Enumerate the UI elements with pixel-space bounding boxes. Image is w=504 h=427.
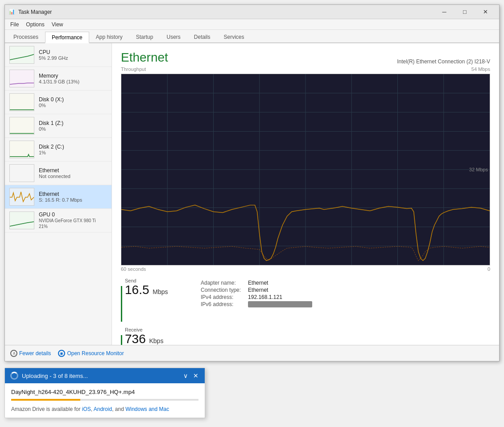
svg-rect-7	[10, 212, 34, 229]
svg-rect-5	[10, 165, 34, 182]
tab-details[interactable]: Details	[187, 31, 217, 42]
close-button[interactable]: ✕	[475, 5, 496, 19]
svg-rect-0	[10, 46, 34, 63]
gpu0-thumbnail	[9, 211, 34, 229]
tab-services[interactable]: Services	[217, 31, 251, 42]
upload-progress-bar	[11, 399, 198, 401]
disk1-name: Disk 1 (Z:)	[39, 120, 107, 126]
receive-divider	[121, 335, 122, 345]
tab-performance[interactable]: Performance	[45, 32, 89, 43]
app-icon: 📊	[8, 8, 16, 16]
resource-monitor-label: Open Resource Monitor	[67, 350, 124, 357]
receive-value: 736 Kbps	[125, 332, 183, 345]
gpu0-info: GPU 0 NVIDIA GeForce GTX 980 Ti21%	[39, 211, 107, 229]
svg-rect-3	[10, 117, 34, 134]
adapter-name-value: Ethernet	[248, 280, 312, 286]
sidebar-item-ethernet-on[interactable]: Ethernet S: 16.5 R: 0.7 Mbps	[5, 185, 112, 209]
memory-name: Memory	[39, 73, 107, 79]
memory-thumbnail	[9, 70, 34, 87]
gpu0-name: GPU 0	[39, 211, 107, 218]
tab-processes[interactable]: Processes	[7, 31, 45, 42]
open-resource-monitor-button[interactable]: ◉ Open Resource Monitor	[58, 350, 124, 357]
cpu-thumbnail	[9, 46, 34, 64]
max-mbps-label: 54 Mbps	[471, 66, 490, 72]
send-divider	[121, 286, 122, 322]
tab-startup[interactable]: Startup	[129, 31, 160, 42]
svg-rect-2	[10, 94, 34, 111]
menu-view[interactable]: View	[48, 21, 67, 29]
upload-minimize-button[interactable]: ∨	[182, 372, 189, 379]
disk0-name: Disk 0 (X:)	[39, 96, 107, 103]
link-android[interactable]: Android	[94, 406, 112, 412]
memory-detail: 4.1/31.9 GB (13%)	[39, 79, 107, 84]
fewer-details-icon: ∧	[10, 350, 17, 357]
ethernet-on-thumbnail	[9, 188, 34, 206]
disk0-detail: 0%	[39, 103, 107, 108]
sidebar-item-gpu0[interactable]: GPU 0 NVIDIA GeForce GTX 980 Ti21%	[5, 209, 112, 232]
ethernet-off-graph	[10, 165, 34, 182]
fewer-details-label: Fewer details	[19, 350, 51, 357]
upload-close-button[interactable]: ✕	[192, 372, 199, 379]
ethernet-on-info: Ethernet S: 16.5 R: 0.7 Mbps	[39, 191, 107, 203]
send-value: 16.5 Mbps	[125, 283, 183, 297]
sidebar-item-ethernet-off[interactable]: Ethernet Not connected	[5, 162, 112, 185]
disk2-graph	[10, 141, 34, 158]
cpu-graph	[10, 46, 34, 63]
memory-graph	[10, 70, 34, 87]
send-stat: Send 16.5 Mbps Receive 736 Kbps	[121, 278, 183, 345]
upload-header: Uploading - 3 of 8 items... ∨ ✕	[5, 368, 205, 383]
ipv4-value: 192.168.1.121	[248, 294, 312, 300]
mid-mbps-label: 32 Mbps	[469, 167, 488, 172]
link-windows-mac[interactable]: Windows and Mac	[125, 406, 169, 412]
connection-type-value: Ethernet	[248, 287, 312, 293]
ethernet-off-detail: Not connected	[39, 174, 107, 179]
ethernet-off-thumbnail	[9, 164, 34, 182]
receive-with-bar: Receive 736 Kbps	[121, 327, 183, 345]
adapter-name-label: Adapter name:	[201, 280, 241, 286]
upload-notification: Uploading - 3 of 8 items... ∨ ✕ DayNight…	[4, 368, 205, 418]
maximize-button[interactable]: □	[454, 5, 475, 19]
stats-section: Send 16.5 Mbps Receive 736 Kbps	[121, 278, 490, 345]
disk2-info: Disk 2 (C:) 1%	[39, 144, 107, 155]
disk1-graph	[10, 117, 34, 134]
main-panel: Ethernet Intel(R) Ethernet Connection (2…	[112, 43, 499, 345]
fewer-details-button[interactable]: ∧ Fewer details	[10, 350, 51, 357]
ipv6-label: IPv6 address:	[201, 301, 241, 307]
ethernet-off-name: Ethernet	[39, 167, 107, 174]
upload-progress-fill	[11, 399, 80, 401]
menu-options[interactable]: Options	[22, 21, 48, 29]
minimize-button[interactable]: ─	[434, 5, 454, 19]
throughput-label: Throughput	[121, 66, 146, 72]
ethernet-on-graph	[10, 188, 34, 205]
ethernet-chart-svg	[121, 74, 490, 265]
menu-bar: File Options View	[5, 19, 499, 30]
memory-info: Memory 4.1/31.9 GB (13%)	[39, 73, 107, 84]
send-with-bar: Send 16.5 Mbps	[121, 278, 183, 322]
sidebar-item-disk2[interactable]: Disk 2 (C:) 1%	[5, 138, 112, 162]
panel-subtitle: Intel(R) Ethernet Connection (2) I218-V	[397, 58, 490, 65]
tab-users[interactable]: Users	[160, 31, 187, 42]
gpu0-detail: NVIDIA GeForce GTX 980 Ti21%	[39, 218, 107, 229]
sidebar-item-disk1[interactable]: Disk 1 (Z:) 0%	[5, 114, 112, 138]
upload-controls: ∨ ✕	[182, 372, 199, 379]
upload-spinner-icon	[10, 372, 18, 380]
disk2-name: Disk 2 (C:)	[39, 144, 107, 150]
ethernet-on-detail: S: 16.5 R: 0.7 Mbps	[39, 197, 107, 203]
panel-header: Ethernet Intel(R) Ethernet Connection (2…	[121, 50, 490, 65]
cpu-info: CPU 5% 2.99 GHz	[39, 49, 107, 61]
sidebar: CPU 5% 2.99 GHz Memory 4.1/31.9 GB (13%)	[5, 43, 112, 345]
window-title: Task Manager	[18, 9, 434, 15]
sidebar-item-memory[interactable]: Memory 4.1/31.9 GB (13%)	[5, 67, 112, 91]
disk1-info: Disk 1 (Z:) 0%	[39, 120, 107, 132]
disk1-thumbnail	[9, 117, 34, 135]
sidebar-item-cpu[interactable]: CPU 5% 2.99 GHz	[5, 43, 112, 67]
send-block: Send 16.5 Mbps	[125, 278, 183, 297]
sidebar-item-disk0[interactable]: Disk 0 (X:) 0%	[5, 91, 112, 114]
link-ios[interactable]: iOS	[82, 406, 91, 412]
cpu-detail: 5% 2.99 GHz	[39, 55, 107, 61]
ipv6-value: ████████████████	[248, 301, 312, 307]
menu-file[interactable]: File	[7, 21, 22, 29]
title-bar: 📊 Task Manager ─ □ ✕	[5, 5, 499, 19]
content-area: CPU 5% 2.99 GHz Memory 4.1/31.9 GB (13%)	[5, 43, 499, 345]
tab-apphistory[interactable]: App history	[89, 31, 129, 42]
